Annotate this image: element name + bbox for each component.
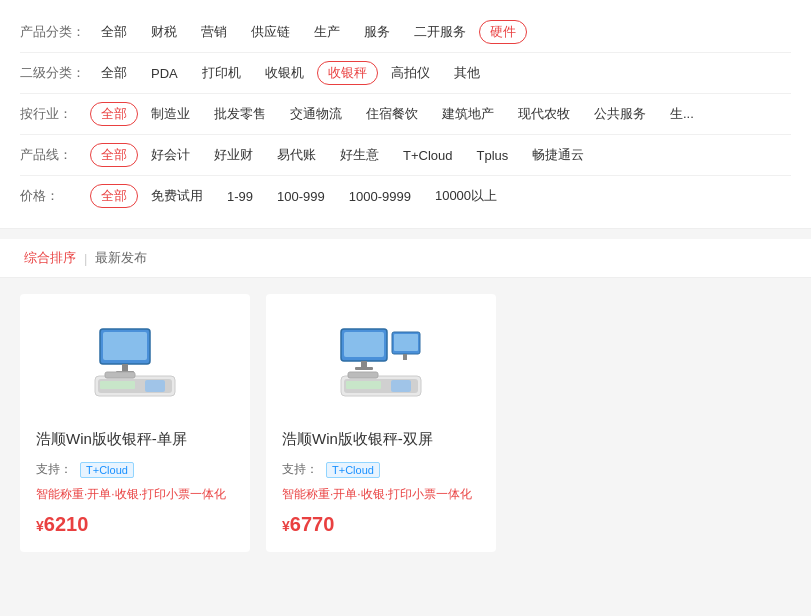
- category-service[interactable]: 服务: [353, 20, 401, 44]
- price-symbol-1: ¥: [36, 518, 44, 534]
- price-items: 全部 免费试用 1-99 100-999 1000-9999 10000以上: [90, 184, 508, 208]
- filter-row-industry: 按行业： 全部 制造业 批发零售 交通物流 住宿餐饮 建筑地产 现代农牧 公共服…: [20, 94, 791, 135]
- svg-rect-12: [394, 334, 418, 351]
- filter-row-price: 价格： 全部 免费试用 1-99 100-999 1000-9999 10000…: [20, 176, 791, 216]
- category-production[interactable]: 生产: [303, 20, 351, 44]
- product-price-1: ¥6210: [36, 513, 234, 536]
- support-label-1: 支持：: [36, 461, 72, 478]
- support-label-2: 支持：: [282, 461, 318, 478]
- pl-hyc[interactable]: 好业财: [203, 143, 264, 167]
- product-card-1[interactable]: 浩顺Win版收银秤-单屏 支持： T+Cloud 智能称重·开单·收银·打印小票…: [20, 294, 250, 552]
- svg-rect-10: [344, 332, 384, 357]
- product-support-2: 支持： T+Cloud: [282, 461, 480, 478]
- price-value-1: 6210: [44, 513, 89, 535]
- svg-rect-1: [103, 332, 147, 360]
- sub-pda[interactable]: PDA: [140, 63, 189, 84]
- sub-highcam[interactable]: 高拍仪: [380, 61, 441, 85]
- sub-printer[interactable]: 打印机: [191, 61, 252, 85]
- price-10000plus[interactable]: 10000以上: [424, 184, 508, 208]
- pl-cjty[interactable]: 畅捷通云: [521, 143, 595, 167]
- product-name-1: 浩顺Win版收银秤-单屏: [36, 430, 234, 449]
- products-area: 浩顺Win版收银秤-单屏 支持： T+Cloud 智能称重·开单·收银·打印小票…: [0, 278, 811, 568]
- sub-other[interactable]: 其他: [443, 61, 491, 85]
- svg-rect-15: [403, 354, 407, 360]
- support-tag-1: T+Cloud: [80, 462, 134, 478]
- price-label: 价格：: [20, 187, 90, 205]
- category-hardware[interactable]: 硬件: [479, 20, 527, 44]
- support-tag-2: T+Cloud: [326, 462, 380, 478]
- pl-all[interactable]: 全部: [90, 143, 138, 167]
- svg-rect-6: [105, 372, 135, 378]
- industry-all[interactable]: 全部: [90, 102, 138, 126]
- productline-items: 全部 好会计 好业财 易代账 好生意 T+Cloud Tplus 畅捷通云: [90, 143, 595, 167]
- pl-hss[interactable]: 好生意: [329, 143, 390, 167]
- industry-manufacturing[interactable]: 制造业: [140, 102, 201, 126]
- productline-label: 产品线：: [20, 146, 90, 164]
- sub-cashregister[interactable]: 收银机: [254, 61, 315, 85]
- pl-tcloud[interactable]: T+Cloud: [392, 145, 464, 166]
- svg-rect-7: [145, 380, 165, 392]
- category-label: 产品分类：: [20, 23, 90, 41]
- svg-rect-18: [348, 372, 378, 378]
- sub-all[interactable]: 全部: [90, 61, 138, 85]
- industry-construction[interactable]: 建筑地产: [431, 102, 505, 126]
- industry-transport[interactable]: 交通物流: [279, 102, 353, 126]
- svg-rect-13: [361, 361, 367, 368]
- product-desc-1: 智能称重·开单·收银·打印小票一体化: [36, 486, 234, 503]
- category-items: 全部 财税 营销 供应链 生产 服务 二开服务 硬件: [90, 20, 527, 44]
- svg-rect-2: [122, 364, 128, 372]
- svg-rect-8: [100, 381, 135, 389]
- industry-wholesale[interactable]: 批发零售: [203, 102, 277, 126]
- price-all[interactable]: 全部: [90, 184, 138, 208]
- price-1000-9999[interactable]: 1000-9999: [338, 186, 422, 207]
- product-support-1: 支持： T+Cloud: [36, 461, 234, 478]
- sort-comprehensive[interactable]: 综合排序: [20, 249, 80, 267]
- product-name-2: 浩顺Win版收银秤-双屏: [282, 430, 480, 449]
- category-tax[interactable]: 财税: [140, 20, 188, 44]
- filter-row-productline: 产品线： 全部 好会计 好业财 易代账 好生意 T+Cloud Tplus 畅捷…: [20, 135, 791, 176]
- pl-ydz[interactable]: 易代账: [266, 143, 327, 167]
- page-container: 产品分类： 全部 财税 营销 供应链 生产 服务 二开服务 硬件 二级分类： 全…: [0, 0, 811, 568]
- industry-agriculture[interactable]: 现代农牧: [507, 102, 581, 126]
- svg-rect-19: [391, 380, 411, 392]
- industry-items: 全部 制造业 批发零售 交通物流 住宿餐饮 建筑地产 现代农牧 公共服务 生..…: [90, 102, 705, 126]
- product-desc-2: 智能称重·开单·收银·打印小票一体化: [282, 486, 480, 503]
- category-marketing[interactable]: 营销: [190, 20, 238, 44]
- price-100-999[interactable]: 100-999: [266, 186, 336, 207]
- category-erp[interactable]: 二开服务: [403, 20, 477, 44]
- price-symbol-2: ¥: [282, 518, 290, 534]
- sub-scale[interactable]: 收银秤: [317, 61, 378, 85]
- price-1-99[interactable]: 1-99: [216, 186, 264, 207]
- svg-rect-14: [355, 367, 373, 370]
- industry-label: 按行业：: [20, 105, 90, 123]
- filter-row-subcategory: 二级分类： 全部 PDA 打印机 收银机 收银秤 高拍仪 其他: [20, 53, 791, 94]
- sort-divider: |: [84, 251, 87, 266]
- industry-hospitality[interactable]: 住宿餐饮: [355, 102, 429, 126]
- filter-section: 产品分类： 全部 财税 营销 供应链 生产 服务 二开服务 硬件 二级分类： 全…: [0, 0, 811, 229]
- price-free[interactable]: 免费试用: [140, 184, 214, 208]
- filter-row-category: 产品分类： 全部 财税 营销 供应链 生产 服务 二开服务 硬件: [20, 12, 791, 53]
- product-image-1: [36, 314, 234, 414]
- industry-more[interactable]: 生...: [659, 102, 705, 126]
- price-value-2: 6770: [290, 513, 335, 535]
- category-supply[interactable]: 供应链: [240, 20, 301, 44]
- industry-public[interactable]: 公共服务: [583, 102, 657, 126]
- product-price-2: ¥6770: [282, 513, 480, 536]
- sort-bar: 综合排序 | 最新发布: [0, 239, 811, 278]
- svg-rect-20: [346, 381, 381, 389]
- subcategory-items: 全部 PDA 打印机 收银机 收银秤 高拍仪 其他: [90, 61, 491, 85]
- sort-latest[interactable]: 最新发布: [91, 249, 151, 267]
- pl-tplus[interactable]: Tplus: [466, 145, 520, 166]
- product-card-2[interactable]: 浩顺Win版收银秤-双屏 支持： T+Cloud 智能称重·开单·收银·打印小票…: [266, 294, 496, 552]
- subcategory-label: 二级分类：: [20, 64, 90, 82]
- category-all[interactable]: 全部: [90, 20, 138, 44]
- pl-hkj[interactable]: 好会计: [140, 143, 201, 167]
- product-image-2: [282, 314, 480, 414]
